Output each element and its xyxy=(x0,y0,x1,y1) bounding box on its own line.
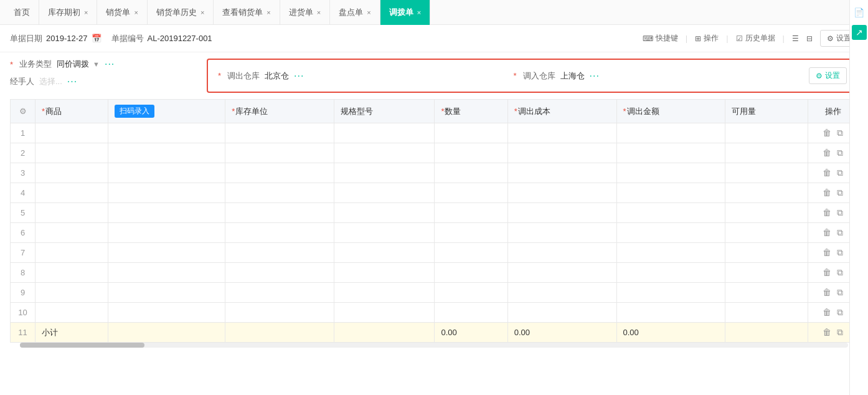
col-gear-header[interactable]: ⚙ xyxy=(11,100,35,123)
copy-icon-6[interactable]: ⧉ xyxy=(837,227,843,237)
amount-cell-10[interactable] xyxy=(616,303,725,323)
delete-icon-8[interactable]: 🗑 xyxy=(823,267,831,277)
delete-icon-11[interactable]: 🗑 xyxy=(823,327,831,337)
unit-cell-5[interactable] xyxy=(225,203,334,223)
scan-cell-7[interactable] xyxy=(108,243,225,263)
tab-sales-order-close[interactable]: × xyxy=(134,9,138,16)
in-warehouse-more-icon[interactable]: ··· xyxy=(590,70,600,82)
tab-purchase[interactable]: 进货单 × xyxy=(280,0,330,25)
agent-input[interactable]: 选择... xyxy=(39,76,62,87)
qty-cell-9[interactable] xyxy=(435,283,507,303)
amount-cell-2[interactable] xyxy=(616,143,725,163)
qty-cell-2[interactable] xyxy=(435,143,507,163)
tab-sales-history-close[interactable]: × xyxy=(200,9,204,16)
spec-cell-5[interactable] xyxy=(334,203,435,223)
warehouse-settings-button[interactable]: ⚙ 设置 xyxy=(809,67,847,84)
goods-cell-8[interactable] xyxy=(35,263,108,283)
cost-cell-7[interactable] xyxy=(507,243,616,263)
tab-view-sales[interactable]: 查看销货单 × xyxy=(214,0,280,25)
scan-cell-2[interactable] xyxy=(108,143,225,163)
scan-cell-6[interactable] xyxy=(108,223,225,243)
amount-cell-9[interactable] xyxy=(616,283,725,303)
delete-icon-3[interactable]: 🗑 xyxy=(823,168,831,178)
amount-cell-8[interactable] xyxy=(616,263,725,283)
cost-cell-10[interactable] xyxy=(507,303,616,323)
tab-sales-order[interactable]: 销货单 × xyxy=(97,0,147,25)
delete-icon-5[interactable]: 🗑 xyxy=(823,207,831,217)
horizontal-scrollbar[interactable] xyxy=(20,343,848,348)
out-warehouse-more-icon[interactable]: ··· xyxy=(294,70,304,82)
grid-view-button[interactable]: ⊟ xyxy=(806,34,813,43)
delete-icon-2[interactable]: 🗑 xyxy=(823,148,831,158)
cost-cell-6[interactable] xyxy=(507,223,616,243)
delete-icon-10[interactable]: 🗑 xyxy=(823,307,831,317)
date-value[interactable]: 2019-12-27 xyxy=(46,34,88,43)
unit-cell-8[interactable] xyxy=(225,263,334,283)
tab-transfer-close[interactable]: × xyxy=(417,9,421,16)
operation-button[interactable]: ⊞ 操作 xyxy=(695,33,719,44)
unit-cell-3[interactable] xyxy=(225,163,334,183)
unit-cell-6[interactable] xyxy=(225,223,334,243)
delete-icon-1[interactable]: 🗑 xyxy=(823,128,831,138)
qty-cell-6[interactable] xyxy=(435,223,507,243)
copy-icon-1[interactable]: ⧉ xyxy=(837,128,843,138)
spec-cell-8[interactable] xyxy=(334,263,435,283)
list-view-button[interactable]: ☰ xyxy=(792,34,799,43)
tab-purchase-close[interactable]: × xyxy=(317,9,321,16)
biz-type-more-icon[interactable]: ··· xyxy=(105,59,115,70)
out-warehouse-value[interactable]: 北京仓 xyxy=(265,70,289,82)
unit-cell-9[interactable] xyxy=(225,283,334,303)
sidebar-doc-icon[interactable]: 📄 xyxy=(852,5,867,20)
goods-cell-3[interactable] xyxy=(35,163,108,183)
amount-cell-4[interactable] xyxy=(616,183,725,203)
amount-cell-3[interactable] xyxy=(616,163,725,183)
qty-cell-5[interactable] xyxy=(435,203,507,223)
qty-cell-7[interactable] xyxy=(435,243,507,263)
sidebar-export-icon[interactable]: ↗ xyxy=(852,25,867,40)
spec-cell-3[interactable] xyxy=(334,163,435,183)
delete-icon-4[interactable]: 🗑 xyxy=(823,188,831,198)
copy-icon-8[interactable]: ⧉ xyxy=(837,267,843,277)
copy-icon-5[interactable]: ⧉ xyxy=(837,207,843,217)
cost-cell-9[interactable] xyxy=(507,283,616,303)
cost-cell-8[interactable] xyxy=(507,263,616,283)
goods-cell-4[interactable] xyxy=(35,183,108,203)
spec-cell-7[interactable] xyxy=(334,243,435,263)
unit-cell-2[interactable] xyxy=(225,143,334,163)
cost-cell-1[interactable] xyxy=(507,123,616,143)
spec-cell-6[interactable] xyxy=(334,223,435,243)
copy-icon-9[interactable]: ⧉ xyxy=(837,287,843,297)
tab-inventory-init-close[interactable]: × xyxy=(84,9,88,16)
goods-cell-10[interactable] xyxy=(35,303,108,323)
cost-cell-2[interactable] xyxy=(507,143,616,163)
amount-cell-6[interactable] xyxy=(616,223,725,243)
scan-cell-3[interactable] xyxy=(108,163,225,183)
qty-cell-3[interactable] xyxy=(435,163,507,183)
tab-transfer[interactable]: 调拨单 × xyxy=(380,0,430,25)
delete-icon-7[interactable]: 🗑 xyxy=(823,247,831,257)
goods-cell-1[interactable] xyxy=(35,123,108,143)
scan-button[interactable]: 扫码录入 xyxy=(115,105,154,118)
qty-cell-1[interactable] xyxy=(435,123,507,143)
spec-cell-1[interactable] xyxy=(334,123,435,143)
biz-type-input[interactable]: 同价调拨 ▼ xyxy=(57,59,100,70)
tab-view-sales-close[interactable]: × xyxy=(267,9,270,16)
scan-cell-1[interactable] xyxy=(108,123,225,143)
unit-cell-1[interactable] xyxy=(225,123,334,143)
goods-cell-7[interactable] xyxy=(35,243,108,263)
cost-cell-5[interactable] xyxy=(507,203,616,223)
spec-cell-2[interactable] xyxy=(334,143,435,163)
in-warehouse-value[interactable]: 上海仓 xyxy=(560,70,585,82)
scan-cell-8[interactable] xyxy=(108,263,225,283)
goods-cell-2[interactable] xyxy=(35,143,108,163)
copy-icon-7[interactable]: ⧉ xyxy=(837,247,843,257)
scan-cell-9[interactable] xyxy=(108,283,225,303)
scan-cell-5[interactable] xyxy=(108,203,225,223)
unit-cell-10[interactable] xyxy=(225,303,334,323)
scan-cell-10[interactable] xyxy=(108,303,225,323)
cost-cell-3[interactable] xyxy=(507,163,616,183)
qty-cell-10[interactable] xyxy=(435,303,507,323)
tab-sales-history[interactable]: 销货单历史 × xyxy=(148,0,214,25)
spec-cell-4[interactable] xyxy=(334,183,435,203)
amount-cell-5[interactable] xyxy=(616,203,725,223)
